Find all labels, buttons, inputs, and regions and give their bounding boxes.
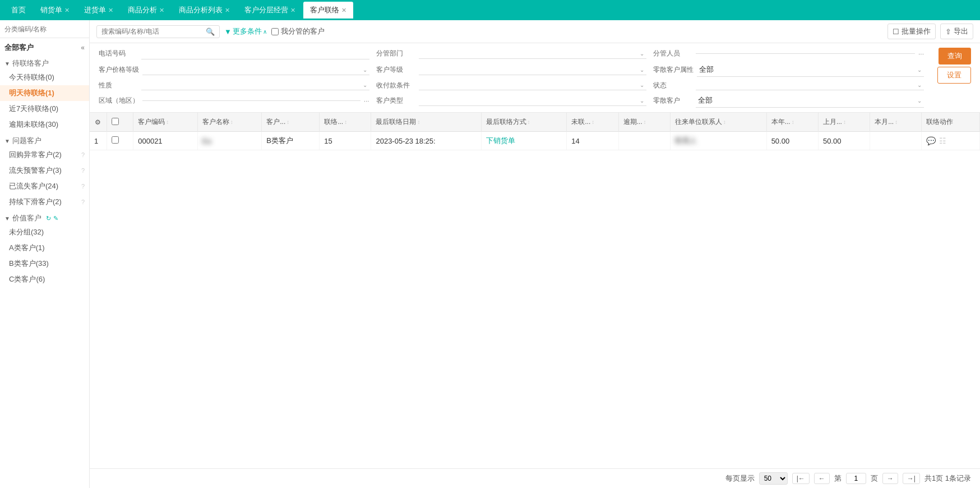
filter-action-btns: 查询 设置 bbox=[937, 48, 971, 84]
phone-label: 电话号码 bbox=[99, 49, 138, 58]
nature-arrow: ⌄ bbox=[363, 82, 367, 88]
help-icon[interactable]: ? bbox=[81, 183, 85, 190]
group-label-0: 待联络客户 bbox=[12, 58, 49, 68]
nav-item-商品分析列表[interactable]: 商品分析列表✕ bbox=[172, 2, 237, 19]
action-icon-2[interactable]: ☷ bbox=[939, 136, 946, 145]
table-area: ⚙ 客户编码↕ 客户名称↕ 客户...↕ 联络...↕ 最后联络日期↕ 最后联络… bbox=[90, 113, 980, 468]
page-input[interactable] bbox=[846, 473, 866, 484]
payment-arrow: ⌄ bbox=[640, 82, 644, 88]
sidebar-item-label: B类客户(33) bbox=[9, 259, 49, 269]
sidebar-group-1[interactable]: ▼问题客户 bbox=[0, 132, 89, 147]
nav-item-客户分层经营[interactable]: 客户分层经营✕ bbox=[238, 2, 302, 19]
filter-cell-person: 分管人员 ··· bbox=[653, 49, 931, 58]
nature-select[interactable]: ⌄ bbox=[141, 80, 369, 90]
select-all-checkbox[interactable] bbox=[112, 118, 119, 125]
more-conditions-btn[interactable]: ▼ 更多条件 ∧ bbox=[224, 26, 267, 36]
sidebar-collapse-btn[interactable]: « bbox=[81, 44, 85, 52]
sidebar-item-0-1[interactable]: 明天待联络(1) bbox=[0, 85, 89, 101]
sidebar: 🔍 全部客户 « ▼待联络客户今天待联络(0)明天待联络(1)近7天待联络(0)… bbox=[0, 20, 90, 488]
retail-attr-select[interactable]: 全部 ⌄ bbox=[697, 63, 924, 77]
col-gear: ⚙ bbox=[90, 113, 107, 132]
sidebar-item-0-2[interactable]: 近7天待联络(0) bbox=[0, 101, 89, 117]
help-icon[interactable]: ? bbox=[81, 151, 85, 158]
nav-item-商品分析[interactable]: 商品分析✕ bbox=[121, 2, 171, 19]
filter-search-input[interactable] bbox=[101, 27, 204, 35]
sidebar-item-2-2[interactable]: B类客户(33) bbox=[0, 256, 89, 271]
nav-close-icon[interactable]: ✕ bbox=[341, 7, 346, 14]
nav-close-icon[interactable]: ✕ bbox=[64, 7, 70, 14]
nav-close-icon[interactable]: ✕ bbox=[290, 7, 295, 14]
my-customers-checkbox[interactable] bbox=[271, 28, 279, 35]
sidebar-item-1-0[interactable]: 回购异常客户(2)? bbox=[0, 147, 89, 163]
person-label: 分管人员 bbox=[653, 49, 692, 58]
filter-row-1: 电话号码 分管部门 ⌄ 分管人员 bbox=[99, 48, 931, 59]
dept-select[interactable]: ⌄ bbox=[419, 49, 647, 59]
action-icon-1[interactable]: 💬 bbox=[926, 136, 936, 145]
filter-cell-dept: 分管部门 ⌄ bbox=[376, 49, 654, 59]
retail-attr-label: 零散客户属性 bbox=[653, 65, 694, 75]
group-refresh-icon[interactable]: ↻ bbox=[46, 215, 51, 222]
phone-input[interactable] bbox=[141, 48, 369, 59]
sidebar-item-label: 今天待联络(0) bbox=[9, 72, 54, 82]
sidebar-item-label: C类客户(6) bbox=[9, 274, 45, 284]
sidebar-item-label: 持续下滑客户(2) bbox=[9, 197, 62, 207]
sidebar-item-2-1[interactable]: A类客户(1) bbox=[0, 240, 89, 256]
sidebar-group-2[interactable]: ▼价值客户 ↻✎ bbox=[0, 210, 89, 224]
sidebar-item-0-3[interactable]: 逾期未联络(30) bbox=[0, 117, 89, 132]
sidebar-item-0-0[interactable]: 今天待联络(0) bbox=[0, 70, 89, 85]
filter-cell-region: 区域（地区） ··· bbox=[99, 96, 376, 105]
customer-type-select[interactable]: ⌄ bbox=[419, 96, 647, 106]
price-grade-select[interactable]: ⌄ bbox=[142, 65, 369, 75]
next-page-btn[interactable]: → bbox=[882, 473, 898, 484]
retail-customer-label: 零散客户 bbox=[653, 96, 692, 105]
action-icons: 💬 ☷ bbox=[926, 136, 975, 145]
top-nav: 首页销货单✕进货单✕商品分析✕商品分析列表✕客户分层经营✕客户联络✕ bbox=[0, 0, 980, 20]
sidebar-group-0[interactable]: ▼待联络客户 bbox=[0, 55, 89, 70]
customer-type-arrow: ⌄ bbox=[640, 98, 644, 104]
first-page-btn[interactable]: |← bbox=[792, 473, 810, 484]
customer-grade-select[interactable]: ⌄ bbox=[419, 65, 647, 75]
sidebar-item-1-3[interactable]: 持续下滑客户(2)? bbox=[0, 194, 89, 210]
filter-row-3: 性质 ⌄ 收付款条件 ⌄ bbox=[99, 80, 931, 90]
set-btn[interactable]: 设置 bbox=[937, 67, 971, 84]
sidebar-item-1-1[interactable]: 流失预警客户(3)? bbox=[0, 163, 89, 178]
last-page-btn[interactable]: →| bbox=[903, 473, 920, 484]
export-btn[interactable]: ⇧ 导出 bbox=[940, 24, 973, 39]
per-page-select[interactable]: 50 10 20 100 bbox=[759, 472, 788, 485]
status-arrow: ⌄ bbox=[917, 82, 922, 88]
status-select[interactable]: ⌄ bbox=[696, 80, 924, 90]
sidebar-item-2-0[interactable]: 未分组(32) bbox=[0, 224, 89, 240]
group-edit-icon[interactable]: ✎ bbox=[53, 215, 58, 222]
filter-search-box: 🔍 bbox=[96, 25, 220, 38]
help-icon[interactable]: ? bbox=[81, 199, 85, 205]
nav-item-首页[interactable]: 首页 bbox=[4, 2, 33, 19]
nav-label: 客户分层经营 bbox=[244, 5, 288, 15]
nav-close-icon[interactable]: ✕ bbox=[159, 7, 164, 14]
row-checkbox[interactable] bbox=[112, 136, 119, 144]
help-icon[interactable]: ? bbox=[81, 167, 85, 174]
sidebar-item-label: A类客户(1) bbox=[9, 243, 45, 253]
query-btn[interactable]: 查询 bbox=[939, 48, 971, 65]
payment-select[interactable]: ⌄ bbox=[419, 80, 647, 90]
sidebar-item-1-2[interactable]: 已流失客户(24)? bbox=[0, 178, 89, 194]
sidebar-search-input[interactable] bbox=[4, 25, 89, 33]
nav-item-销货单[interactable]: 销货单✕ bbox=[34, 2, 76, 19]
retail-customer-select[interactable]: 全部 ⌄ bbox=[696, 94, 924, 108]
sidebar-item-2-3[interactable]: C类客户(6) bbox=[0, 271, 89, 287]
cell-last-month: 50.00 bbox=[818, 132, 870, 150]
nav-item-客户联络[interactable]: 客户联络✕ bbox=[303, 2, 353, 19]
person-dots-btn[interactable]: ··· bbox=[918, 50, 924, 58]
last-method-link[interactable]: 下销货单 bbox=[486, 136, 515, 145]
advanced-filter-panel: 电话号码 分管部门 ⌄ 分管人员 bbox=[90, 43, 980, 113]
region-dots-btn[interactable]: ··· bbox=[364, 97, 369, 105]
batch-op-btn[interactable]: ☐ 批量操作 bbox=[887, 24, 936, 39]
nav-close-icon[interactable]: ✕ bbox=[108, 7, 113, 14]
filter-search-icon[interactable]: 🔍 bbox=[206, 27, 215, 36]
cell-overdue bbox=[618, 132, 670, 150]
sidebar-search-container: 🔍 bbox=[0, 20, 89, 38]
my-customers-checkbox-label[interactable]: 我分管的客户 bbox=[271, 26, 325, 36]
customer-grade-label: 客户等级 bbox=[376, 65, 415, 75]
prev-page-btn[interactable]: ← bbox=[814, 473, 830, 484]
nav-close-icon[interactable]: ✕ bbox=[225, 7, 230, 14]
nav-item-进货单[interactable]: 进货单✕ bbox=[77, 2, 120, 19]
